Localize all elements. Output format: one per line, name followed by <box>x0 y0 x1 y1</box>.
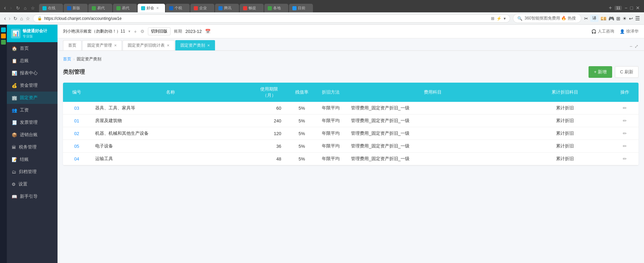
menu-icon[interactable]: ☰ <box>635 15 640 22</box>
fixed-assets-icon: 🏢 <box>12 95 17 100</box>
home-btn[interactable]: ⌂ <box>23 5 28 11</box>
breadcrumb-home[interactable]: 首页 <box>63 56 71 62</box>
currency-icon[interactable]: 💴 <box>601 16 606 21</box>
dropdown-icon[interactable]: ▾ <box>504 16 506 21</box>
cell-method: 年限平均 <box>315 153 346 165</box>
browser-tab[interactable]: 目前 <box>289 4 313 12</box>
tab-label: 个税 <box>175 5 182 11</box>
refresh-btn[interactable]: C 刷新 <box>615 66 639 78</box>
tab-close-icon[interactable]: ✕ <box>156 6 159 10</box>
close-btn[interactable]: ✕ <box>636 5 640 11</box>
left-bar-item[interactable] <box>1 40 6 45</box>
address-bar[interactable]: 🔒 https://cloud.chanjet.com/accounting/u… <box>33 14 510 23</box>
cell-code[interactable]: 04 <box>63 153 90 165</box>
sidebar-item-ledger[interactable]: 📋 总账 <box>7 55 58 67</box>
sidebar-item-invoices[interactable]: 🧾 发票管理 <box>7 116 58 129</box>
minimize-btn[interactable]: − <box>624 5 627 11</box>
maximize-btn[interactable]: □ <box>630 5 633 11</box>
settings-top-btn[interactable]: ⚙ <box>140 29 144 34</box>
back-btn[interactable]: ‹ <box>3 5 7 11</box>
search-bar[interactable]: 🔍 360智能抠图免费用 🔥 热搜 <box>513 14 581 23</box>
app-tab-fixed-assets-mgmt[interactable]: 固定资产管理 ✕ <box>82 40 122 50</box>
sidebar-item-close[interactable]: 📝 结账 <box>7 153 58 166</box>
calendar-icon[interactable]: 📅 <box>205 29 211 34</box>
cell-action[interactable]: ✏ <box>611 127 639 140</box>
bookmark-btn[interactable]: ☆ <box>29 5 36 11</box>
tab-close-icon[interactable]: ✕ <box>167 44 169 47</box>
scissors-icon[interactable]: ✂ <box>584 16 588 21</box>
browser-tab[interactable]: 易代 <box>113 4 137 12</box>
lightning-icon[interactable]: ⚡ <box>496 16 502 21</box>
minimize-panel-btn[interactable]: − <box>630 44 632 49</box>
forward-nav-btn[interactable]: › <box>9 15 10 22</box>
cell-action[interactable]: ✏ <box>611 140 639 153</box>
back-nav-btn[interactable]: ‹ <box>4 15 6 22</box>
edit-icon[interactable]: ✏ <box>623 105 627 111</box>
edit-icon[interactable]: ✏ <box>623 131 627 136</box>
reload-btn[interactable]: ↻ <box>15 5 21 11</box>
bookmark-nav-btn[interactable]: ☆ <box>26 16 30 21</box>
sidebar-item-reports[interactable]: 📊 报表中心 <box>7 67 58 79</box>
switch-version-btn[interactable]: 切到旧版 <box>148 27 171 35</box>
ledger-icon: 📋 <box>12 58 17 63</box>
sidebar-item-tax[interactable]: 🏛 税务管理 <box>7 141 58 153</box>
cell-action[interactable]: ✏ <box>611 115 639 127</box>
browser-tab[interactable]: 新版 <box>64 4 88 12</box>
left-bar-item[interactable] <box>1 34 6 38</box>
user-name-label: 徐泽华 <box>626 28 639 34</box>
browser-tab-active[interactable]: 好会 ✕ <box>138 4 165 12</box>
user-profile[interactable]: 👤 徐泽华 <box>620 28 639 34</box>
add-btn[interactable]: + 新增 <box>589 66 612 78</box>
page-title: 类别管理 <box>63 69 85 76</box>
reports-icon: 📊 <box>12 71 17 76</box>
sidebar-item-home[interactable]: 🏠 首页 <box>7 42 58 55</box>
browser-tab[interactable]: 腾讯 <box>215 4 239 12</box>
undo-icon[interactable]: ↩ <box>629 16 633 21</box>
sidebar-item-payroll[interactable]: 👥 工资 <box>7 104 58 116</box>
tab-label: 腾讯 <box>224 5 231 11</box>
app-tab-asset-category[interactable]: 固定资产类别 ✕ <box>175 40 215 50</box>
edit-icon[interactable]: ✏ <box>623 143 627 149</box>
theme-icon[interactable]: ☀ <box>622 16 627 21</box>
edit-icon[interactable]: ✏ <box>623 118 627 123</box>
cell-period: 60 <box>250 102 288 115</box>
browser-tab[interactable]: 易代 <box>88 4 112 12</box>
service-btn[interactable]: 🎧 人工咨询 <box>591 28 614 34</box>
cell-code[interactable]: 01 <box>63 115 90 127</box>
add-account-btn[interactable]: + <box>134 29 137 34</box>
translate-icon[interactable]: 译 <box>590 15 598 22</box>
cell-code[interactable]: 05 <box>63 140 90 153</box>
browser-tab[interactable]: 在线 <box>39 4 63 12</box>
edit-icon[interactable]: ✏ <box>623 156 627 162</box>
forward-btn[interactable]: › <box>9 5 13 11</box>
browser-tab[interactable]: 个税 <box>166 4 190 12</box>
reload-nav-btn[interactable]: ↻ <box>13 16 17 21</box>
sidebar-item-archive[interactable]: 🗂 归档管理 <box>7 166 58 178</box>
tab-close-icon[interactable]: ✕ <box>114 44 117 47</box>
game-icon[interactable]: 🎮 <box>608 16 614 21</box>
browser-tab[interactable]: 各地 <box>264 4 288 12</box>
app-tab-depreciation-table[interactable]: 固定资产折旧统计表 ✕ <box>123 40 175 50</box>
sidebar-item-inventory[interactable]: 📦 进销台账 <box>7 129 58 141</box>
cell-code[interactable]: 03 <box>63 102 90 115</box>
sidebar-item-settings[interactable]: ⚙ 设置 <box>7 178 58 190</box>
expand-panel-btn[interactable]: ⤢ <box>634 44 639 49</box>
left-bar-item[interactable] <box>1 27 6 32</box>
dropdown-arrow[interactable]: ▾ <box>128 29 130 34</box>
app-tab-home[interactable]: 首页 <box>63 40 81 50</box>
tab-label: 目前 <box>298 5 305 11</box>
browser-tab[interactable]: 畅提 <box>240 4 264 12</box>
sidebar-item-fixed-assets[interactable]: 🏢 固定资产 <box>7 92 58 104</box>
cell-action[interactable]: ✏ <box>611 153 639 165</box>
site-info-icon[interactable]: ⊞ <box>491 16 494 21</box>
tab-label: 易代 <box>122 5 129 11</box>
grid-icon[interactable]: ⊞ <box>616 16 620 21</box>
browser-tab[interactable]: 企业 <box>190 4 214 12</box>
new-tab-btn[interactable]: + <box>609 5 612 11</box>
sidebar-item-funds[interactable]: 💰 资金管理 <box>7 79 58 92</box>
home-nav-btn[interactable]: ⌂ <box>20 16 23 21</box>
cell-code[interactable]: 02 <box>63 127 90 140</box>
sidebar-item-guide[interactable]: 📖 新手引导 <box>7 190 58 203</box>
cell-action[interactable]: ✏ <box>611 102 639 115</box>
tab-close-icon[interactable]: ✕ <box>207 44 210 47</box>
